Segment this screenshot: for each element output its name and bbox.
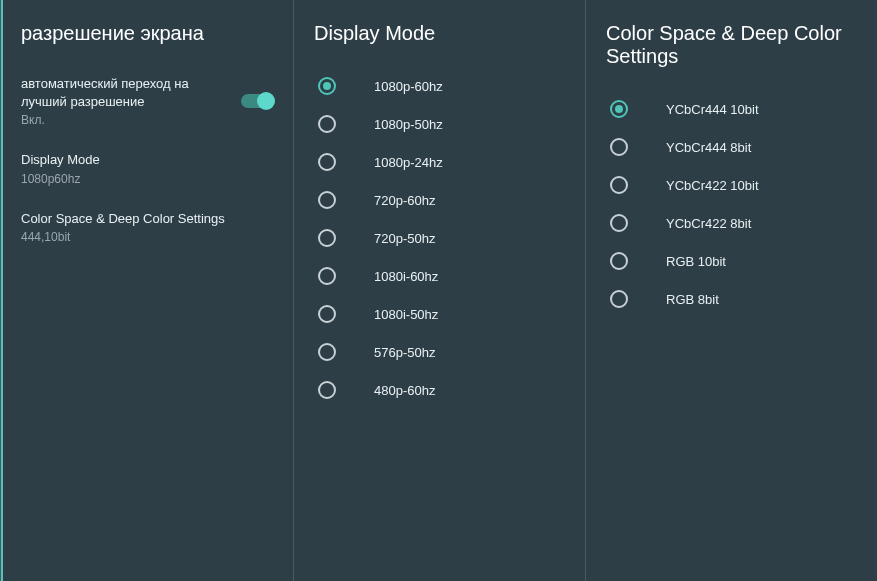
option-ycbcr422-8bit[interactable]: YCbCr422 8bit (586, 204, 877, 242)
color-space-panel: Color Space & Deep Color Settings YCbCr4… (585, 0, 877, 581)
radio-icon (610, 100, 628, 118)
radio-icon (318, 115, 336, 133)
radio-label: YCbCr422 10bit (666, 178, 759, 193)
setting-sub: Вкл. (21, 113, 231, 127)
radio-icon (318, 153, 336, 171)
radio-label: YCbCr444 10bit (666, 102, 759, 117)
radio-icon (318, 343, 336, 361)
setting-text: автоматический переход на лучший разреше… (21, 75, 231, 127)
radio-label: 1080p-50hz (374, 117, 443, 132)
radio-icon (318, 229, 336, 247)
radio-label: RGB 8bit (666, 292, 719, 307)
radio-icon (318, 381, 336, 399)
settings-list: автоматический переход на лучший разреше… (1, 63, 293, 256)
radio-label: 1080p-24hz (374, 155, 443, 170)
display-mode-options: 1080p-60hz 1080p-50hz 1080p-24hz 720p-60… (294, 63, 585, 409)
panel-title-left: разрешение экрана (1, 0, 293, 63)
option-720p-60hz[interactable]: 720p-60hz (294, 181, 585, 219)
auto-resolution-toggle[interactable] (241, 94, 273, 108)
radio-icon (610, 138, 628, 156)
option-ycbcr422-10bit[interactable]: YCbCr422 10bit (586, 166, 877, 204)
option-720p-50hz[interactable]: 720p-50hz (294, 219, 585, 257)
panel-title-mid: Display Mode (294, 0, 585, 63)
radio-label: 720p-50hz (374, 231, 435, 246)
option-ycbcr444-10bit[interactable]: YCbCr444 10bit (586, 90, 877, 128)
radio-icon (318, 77, 336, 95)
radio-icon (610, 176, 628, 194)
option-576p-50hz[interactable]: 576p-50hz (294, 333, 585, 371)
radio-label: YCbCr444 8bit (666, 140, 751, 155)
option-1080i-50hz[interactable]: 1080i-50hz (294, 295, 585, 333)
radio-icon (318, 191, 336, 209)
color-space-options: YCbCr444 10bit YCbCr444 8bit YCbCr422 10… (586, 86, 877, 318)
option-1080p-24hz[interactable]: 1080p-24hz (294, 143, 585, 181)
radio-icon (610, 214, 628, 232)
setting-auto-best-resolution[interactable]: автоматический переход на лучший разреше… (1, 63, 293, 139)
setting-text: Color Space & Deep Color Settings 444,10… (21, 210, 273, 245)
radio-label: 480p-60hz (374, 383, 435, 398)
option-1080i-60hz[interactable]: 1080i-60hz (294, 257, 585, 295)
setting-color-space[interactable]: Color Space & Deep Color Settings 444,10… (1, 198, 293, 257)
option-rgb-8bit[interactable]: RGB 8bit (586, 280, 877, 318)
setting-text: Display Mode 1080p60hz (21, 151, 273, 186)
setting-label: Color Space & Deep Color Settings (21, 210, 273, 228)
option-rgb-10bit[interactable]: RGB 10bit (586, 242, 877, 280)
setting-sub: 444,10bit (21, 230, 273, 244)
setting-sub: 1080p60hz (21, 172, 273, 186)
screen-resolution-panel: разрешение экрана автоматический переход… (0, 0, 293, 581)
option-480p-60hz[interactable]: 480p-60hz (294, 371, 585, 409)
radio-label: 720p-60hz (374, 193, 435, 208)
option-1080p-50hz[interactable]: 1080p-50hz (294, 105, 585, 143)
radio-label: 1080i-60hz (374, 269, 438, 284)
radio-label: 1080p-60hz (374, 79, 443, 94)
radio-label: 1080i-50hz (374, 307, 438, 322)
option-ycbcr444-8bit[interactable]: YCbCr444 8bit (586, 128, 877, 166)
radio-icon (318, 267, 336, 285)
setting-display-mode[interactable]: Display Mode 1080p60hz (1, 139, 293, 198)
radio-icon (610, 252, 628, 270)
setting-label: автоматический переход на лучший разреше… (21, 75, 231, 110)
radio-icon (318, 305, 336, 323)
radio-icon (610, 290, 628, 308)
radio-label: RGB 10bit (666, 254, 726, 269)
panel-title-right: Color Space & Deep Color Settings (586, 0, 877, 86)
radio-label: 576p-50hz (374, 345, 435, 360)
toggle-knob (257, 92, 275, 110)
display-mode-panel: Display Mode 1080p-60hz 1080p-50hz 1080p… (293, 0, 585, 581)
radio-label: YCbCr422 8bit (666, 216, 751, 231)
setting-label: Display Mode (21, 151, 273, 169)
option-1080p-60hz[interactable]: 1080p-60hz (294, 67, 585, 105)
